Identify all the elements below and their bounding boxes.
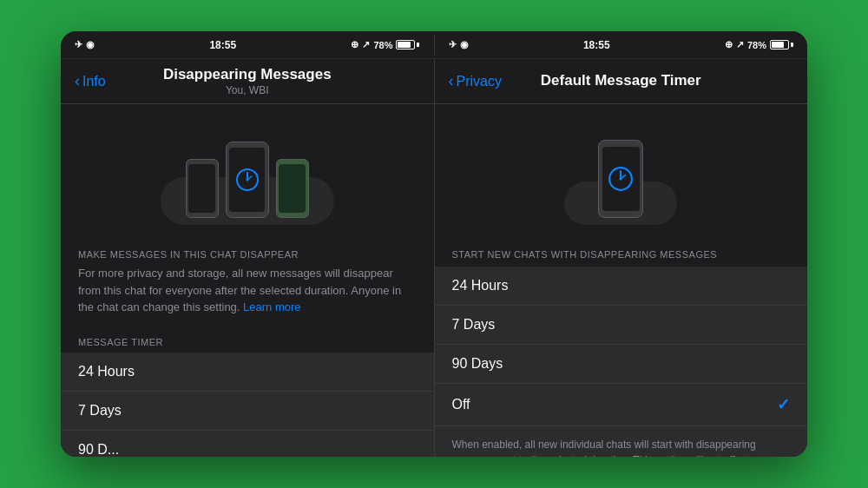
left-status-icons-right: ✈ ◉ [449, 39, 469, 50]
right-panel: ‹ Privacy Default Message Timer [435, 59, 808, 457]
panels: ‹ Info Disappearing Messages You, WBI [61, 59, 807, 457]
svg-point-3 [620, 177, 622, 180]
phone-left [186, 159, 219, 218]
description-body: For more privacy and storage, all new me… [78, 267, 401, 313]
right-option-90d[interactable]: 90 Days [435, 345, 808, 384]
airplane-icon: ✈ [75, 39, 82, 50]
back-label-right: Privacy [457, 74, 502, 89]
left-status-icons: ✈ ◉ [75, 39, 95, 50]
signal-icon: ↗ [362, 39, 370, 50]
right-option-off[interactable]: Off ✓ [435, 384, 808, 425]
time-right: 18:55 [583, 39, 610, 51]
right-nav-title-group: Default Message Timer [541, 72, 701, 89]
left-nav-bar: ‹ Info Disappearing Messages You, WBI [61, 59, 434, 104]
phones-illustration [152, 125, 343, 225]
checkmark-icon: ✓ [777, 395, 790, 414]
right-nav-title: Default Message Timer [541, 72, 701, 89]
left-panel: ‹ Info Disappearing Messages You, WBI [61, 59, 434, 457]
footer-text: When enabled, all new individual chats w… [452, 439, 773, 457]
battery-percent-right: 78% [747, 40, 766, 50]
option-7d[interactable]: 7 Days [61, 392, 434, 431]
airplane-icon-r: ✈ [449, 39, 457, 50]
phone-single-screen [602, 147, 640, 212]
status-bar-left: ✈ ◉ 18:55 ⊕ ↗ 78% [61, 31, 434, 58]
right-scroll-area[interactable]: START NEW CHATS WITH DISAPPEARING MESSAG… [435, 104, 808, 457]
message-timer-label: MESSAGE TIMER [61, 326, 434, 353]
option-24h-label: 24 Hours [78, 364, 135, 379]
wifi-icon: ◉ [86, 39, 95, 50]
option-24h[interactable]: 24 Hours [61, 353, 434, 392]
device-container: ✈ ◉ 18:55 ⊕ ↗ 78% ✈ ◉ 18:55 ⊕ [61, 31, 807, 457]
right-option-off-label: Off [452, 397, 470, 412]
phone-group [186, 142, 309, 225]
right-option-7d[interactable]: 7 Days [435, 306, 808, 345]
phone-left-screen [188, 164, 215, 213]
option-90d-partial[interactable]: 90 D... [61, 431, 434, 458]
battery-percent-left: 78% [373, 40, 392, 50]
right-hero-area [435, 104, 808, 239]
left-nav-title-group: Disappearing Messages You, WBI [163, 66, 332, 96]
phone-single [598, 140, 643, 218]
phone-center [226, 142, 269, 218]
right-option-24h-label: 24 Hours [452, 278, 509, 293]
right-status-icons-left: ⊕ ↗ 78% [351, 39, 419, 50]
battery-icon-left [396, 40, 419, 49]
phone-right [276, 159, 309, 218]
back-button-left[interactable]: ‹ Info [75, 74, 106, 89]
left-scroll-area[interactable]: MAKE MESSAGES IN THIS CHAT DISAPPEAR For… [61, 104, 434, 457]
description-text: For more privacy and storage, all new me… [61, 265, 434, 326]
single-phone-illustration [569, 125, 673, 225]
chevron-left-icon-right: ‹ [449, 73, 454, 89]
footer-description: When enabled, all new individual chats w… [435, 425, 808, 457]
signal-icon-r: ↗ [736, 39, 744, 50]
chevron-left-icon: ‹ [75, 73, 80, 89]
left-hero-area [61, 104, 434, 239]
battery-icon-right [770, 40, 793, 49]
right-options-list: 24 Hours 7 Days 90 Days Off ✓ [435, 267, 808, 425]
start-new-chats-label: START NEW CHATS WITH DISAPPEARING MESSAG… [435, 239, 808, 267]
right-option-24h[interactable]: 24 Hours [435, 267, 808, 306]
time-left: 18:55 [209, 39, 236, 51]
phone-center-screen [229, 148, 265, 211]
wifi-icon-r: ◉ [460, 39, 469, 50]
timer-icon-center [235, 168, 260, 192]
left-nav-title: Disappearing Messages [163, 66, 332, 83]
status-bar: ✈ ◉ 18:55 ⊕ ↗ 78% ✈ ◉ 18:55 ⊕ [61, 31, 807, 59]
status-bar-right: ✈ ◉ 18:55 ⊕ ↗ 78% [435, 31, 808, 58]
option-7d-label: 7 Days [78, 403, 122, 419]
location-icon: ⊕ [351, 39, 358, 50]
learn-more-link[interactable]: Learn more [243, 300, 300, 313]
right-nav-bar: ‹ Privacy Default Message Timer [435, 59, 808, 104]
location-icon-r: ⊕ [725, 39, 733, 50]
option-90d-label: 90 D... [78, 442, 119, 458]
right-option-90d-label: 90 Days [452, 356, 503, 372]
right-status-icons-right: ⊕ ↗ 78% [725, 39, 793, 50]
back-label-left: Info [82, 74, 106, 89]
right-option-7d-label: 7 Days [452, 317, 496, 333]
svg-point-1 [246, 179, 248, 181]
phone-right-screen [279, 164, 306, 213]
back-button-right[interactable]: ‹ Privacy [449, 74, 502, 89]
left-nav-subtitle: You, WBI [163, 84, 332, 96]
timer-icon-single [608, 166, 634, 192]
make-disappear-label: MAKE MESSAGES IN THIS CHAT DISAPPEAR [61, 239, 434, 265]
left-timer-options: 24 Hours 7 Days 90 D... [61, 353, 434, 458]
